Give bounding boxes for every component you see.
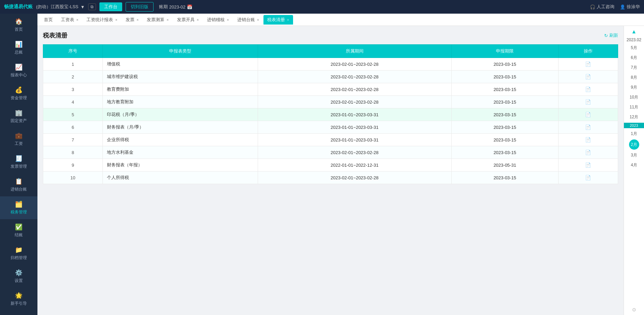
month-item-9[interactable]: 9月 xyxy=(624,82,644,92)
close-icon[interactable]: × xyxy=(136,18,139,22)
switch-version-button[interactable]: 切到旧版 xyxy=(126,2,154,12)
file-icon[interactable]: 📄 xyxy=(585,162,591,168)
panel-collapse-btn[interactable]: ⊙ xyxy=(631,305,638,314)
close-icon[interactable]: × xyxy=(115,18,117,22)
month-item-8[interactable]: 8月 xyxy=(624,73,644,82)
cell-deadline: 2023-03-15 xyxy=(451,146,558,159)
file-icon[interactable]: 📄 xyxy=(585,150,591,155)
sidebar-item-invoice[interactable]: 🧾 发票管理 xyxy=(0,151,37,174)
month-item-4[interactable]: 4月 xyxy=(624,160,644,170)
sidebar-item-ledger[interactable]: 📊 总账 xyxy=(0,36,37,59)
month-item-1[interactable]: 1月 xyxy=(624,129,644,139)
user-avatar-icon: 👤 xyxy=(620,4,625,10)
tab-home[interactable]: 首页 xyxy=(40,15,57,25)
tab-purchase-ledger-label: 进销台账 xyxy=(237,17,255,23)
cell-type: 地方教育附加 xyxy=(103,96,258,108)
cell-action[interactable]: 📄 xyxy=(558,71,618,83)
sidebar-item-close[interactable]: ✅ 结账 xyxy=(0,219,37,242)
cell-id: 3 xyxy=(43,83,103,96)
file-icon[interactable]: 📄 xyxy=(585,137,591,142)
sidebar-item-assets[interactable]: 🏢 固定资产 xyxy=(0,105,37,128)
sidebar-item-tax[interactable]: 🗂️ 税务管理 xyxy=(0,196,37,219)
cell-type: 地方水利基金 xyxy=(103,146,258,159)
sidebar-item-vip[interactable]: 👑 畅会员 xyxy=(0,311,37,315)
file-icon[interactable]: 📄 xyxy=(585,99,591,105)
sidebar-item-salary[interactable]: 💼 工资 xyxy=(0,128,37,151)
sidebar-item-funds[interactable]: 💰 资金管理 xyxy=(0,82,37,105)
sidebar-label-home: 首页 xyxy=(15,27,23,32)
tab-purchase-audit[interactable]: 进销稽核 × xyxy=(203,15,232,25)
file-icon[interactable]: 📄 xyxy=(585,74,591,79)
calendar-icon[interactable]: 📅 xyxy=(187,4,192,10)
refresh-button[interactable]: ↻ 刷新 xyxy=(604,32,618,39)
close-icon[interactable]: × xyxy=(76,18,78,22)
cell-action[interactable]: 📄 xyxy=(558,146,618,159)
cell-action[interactable]: 📄 xyxy=(558,171,618,184)
ai-consult-btn[interactable]: 🎧 人工咨询 xyxy=(590,4,614,10)
table-row: 5 印花税（月/季） 2023-01-01~2023-03-31 2023-03… xyxy=(43,108,618,121)
sidebar-label-archive: 归档管理 xyxy=(11,255,27,261)
col-header-period: 所属期间 xyxy=(258,45,451,58)
close-icon[interactable]: × xyxy=(227,18,229,22)
cell-type: 印花税（月/季） xyxy=(103,108,258,121)
file-icon[interactable]: 📄 xyxy=(585,61,591,67)
cell-action[interactable]: 📄 xyxy=(558,58,618,71)
tab-salary-table[interactable]: 工资表 × xyxy=(57,15,82,25)
month-item-12[interactable]: 12月 xyxy=(624,112,644,122)
month-item-3[interactable]: 3月 xyxy=(624,150,644,160)
close-icon[interactable]: × xyxy=(197,18,199,22)
file-icon[interactable]: 📄 xyxy=(585,87,591,92)
panel-up-btn[interactable]: ▲ xyxy=(630,27,638,36)
sidebar-item-reports[interactable]: 📈 报表中心 xyxy=(0,59,37,82)
year-marker-2023: 2023 xyxy=(624,123,644,128)
file-icon[interactable]: 📄 xyxy=(585,124,591,130)
assets-icon: 🏢 xyxy=(15,109,22,117)
file-icon[interactable]: 📄 xyxy=(585,175,591,180)
sidebar-label-tax: 税务管理 xyxy=(11,209,27,215)
month-item-10[interactable]: 10月 xyxy=(624,92,644,102)
tab-tax-list[interactable]: 税表清册 × xyxy=(263,15,293,25)
month-item-5[interactable]: 5月 xyxy=(624,43,644,53)
sidebar-item-purchase-sales[interactable]: 📋 进销台账 xyxy=(0,174,37,196)
user-menu[interactable]: 👤 徐涂华 xyxy=(620,4,640,10)
tab-invoice[interactable]: 发票 × xyxy=(122,15,142,25)
cell-action[interactable]: 📄 xyxy=(558,159,618,171)
cell-id: 10 xyxy=(43,171,103,184)
sidebar-item-settings[interactable]: ⚙️ 设置 xyxy=(0,265,37,288)
page-title: 税表清册 xyxy=(43,31,67,40)
table-row: 4 地方教育附加 2023-02-01~2023-02-28 2023-03-1… xyxy=(43,96,618,108)
cell-period: 2023-02-01~2023-02-28 xyxy=(258,146,451,159)
close-icon[interactable]: × xyxy=(166,18,168,22)
close-icon[interactable]: × xyxy=(287,18,289,22)
tab-purchase-ledger[interactable]: 进销台账 × xyxy=(234,15,263,25)
close-icon[interactable]: × xyxy=(257,18,259,22)
month-item-11[interactable]: 11月 xyxy=(624,102,644,112)
cell-action[interactable]: 📄 xyxy=(558,108,618,121)
month-item-2-active[interactable]: 2月 xyxy=(629,139,639,150)
sidebar-item-guide[interactable]: 🌟 新手引导 xyxy=(0,288,37,311)
file-icon[interactable]: 📄 xyxy=(585,112,591,117)
username-label: 徐涂华 xyxy=(627,4,640,10)
workspace-button[interactable]: 工作台 xyxy=(99,2,122,11)
sidebar-item-home[interactable]: 🏠 首页 xyxy=(0,14,37,36)
tab-purchase-audit-label: 进销稽核 xyxy=(207,17,225,23)
sidebar-label-reports: 报表中心 xyxy=(11,72,27,78)
cell-id: 6 xyxy=(43,121,103,134)
cell-action[interactable]: 📄 xyxy=(558,121,618,134)
sidebar-item-archive[interactable]: 📁 归档管理 xyxy=(0,242,37,265)
cell-action[interactable]: 📄 xyxy=(558,83,618,96)
col-header-type: 申报表类型 xyxy=(103,45,258,58)
cell-action[interactable]: 📄 xyxy=(558,134,618,146)
tab-invoice-issue[interactable]: 发票开具 × xyxy=(173,15,203,25)
top-bar-right: 🎧 人工咨询 👤 徐涂华 xyxy=(590,4,640,10)
company-selector[interactable]: (勿动）江西股宝-LSS ▼ xyxy=(36,4,85,10)
tab-salary-stats[interactable]: 工资统计报表 × xyxy=(83,15,121,25)
cell-type: 财务报表（年报） xyxy=(103,159,258,171)
cell-action[interactable]: 📄 xyxy=(558,96,618,108)
month-item-7[interactable]: 7月 xyxy=(624,63,644,73)
top-bar: 畅捷通易代账 (勿动）江西股宝-LSS ▼ ⧉ 工作台 切到旧版 账期 2023… xyxy=(0,0,644,14)
home-icon: 🏠 xyxy=(15,18,22,25)
copy-icon-btn[interactable]: ⧉ xyxy=(88,3,96,10)
tab-invoice-calc[interactable]: 发票测算 × xyxy=(143,15,172,25)
month-item-6[interactable]: 6月 xyxy=(624,53,644,63)
